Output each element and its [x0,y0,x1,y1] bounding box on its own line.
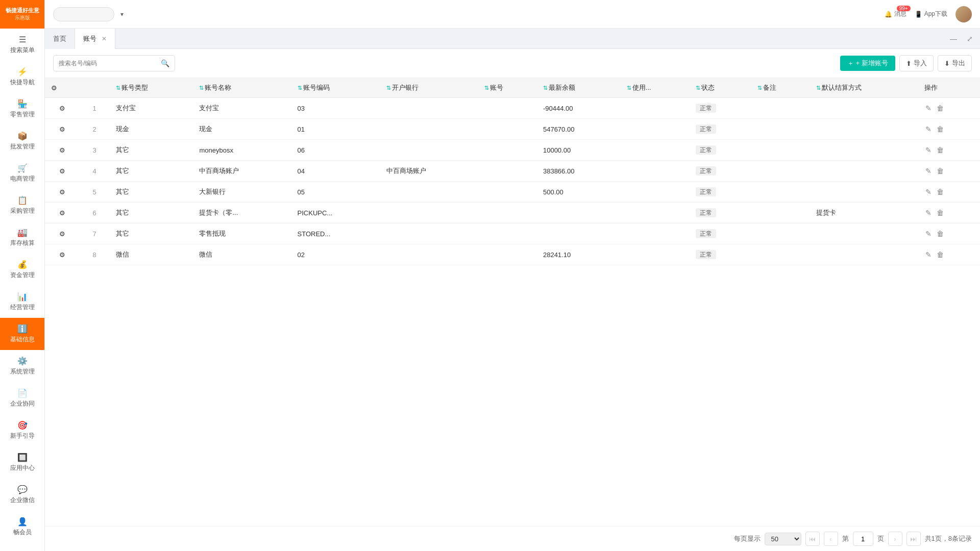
row-gear[interactable]: ⚙ [45,244,80,265]
next-page-button[interactable]: › [888,532,902,546]
add-account-button[interactable]: ＋ + 新增账号 [840,56,895,71]
delete-button[interactable]: 🗑 [936,208,945,218]
row-usage [621,223,690,244]
row-type: 其它 [110,140,193,161]
col-usage[interactable]: ⇅使用... [621,78,690,98]
table-row: ⚙ 4 其它 中百商场账户 04 中百商场账户 383866.00 正常 ✎ 🗑 [45,161,980,182]
row-actions: ✎ 🗑 [918,244,980,265]
app-logo: 畅捷通好生意 乐惠版 [0,0,44,29]
add-icon: ＋ [847,59,854,68]
col-code[interactable]: ⇅账号编码 [291,78,380,98]
tab-account[interactable]: 账号 ✕ [75,29,115,49]
tab-account-close[interactable]: ✕ [102,35,107,42]
sidebar-item-search-menu[interactable]: ☰搜索菜单 [0,29,44,61]
col-account[interactable]: ⇅账号 [478,78,537,98]
sidebar-item-capital[interactable]: 💰资金管理 [0,254,44,286]
pagination: 每页显示 50 100 200 ⏮ ‹ 第 页 › ⏭ 共1页，8条记录 [45,526,980,551]
col-remark[interactable]: ⇅备注 [751,78,810,98]
sidebar-item-guide[interactable]: 🎯新手引导 [0,414,44,446]
tab-expand-button[interactable]: ⤢ [964,33,976,45]
col-bank[interactable]: ⇅开户银行 [380,78,478,98]
sidebar-item-ops[interactable]: 📊经营管理 [0,286,44,318]
sidebar-item-agreement[interactable]: 📄企业协同 [0,382,44,414]
row-gear[interactable]: ⚙ [45,161,80,182]
delete-button[interactable]: 🗑 [936,249,945,260]
first-page-button[interactable]: ⏮ [805,532,820,546]
sidebar-item-wholesale[interactable]: 📦批发管理 [0,125,44,157]
row-num: 4 [80,161,110,182]
col-gear[interactable]: ⚙ [45,78,80,98]
delete-button[interactable]: 🗑 [936,229,945,239]
row-gear[interactable]: ⚙ [45,203,80,223]
row-gear[interactable]: ⚙ [45,98,80,119]
edit-button[interactable]: ✎ [924,124,933,134]
app-download-button[interactable]: 📱 App下载 [915,10,947,18]
edit-button[interactable]: ✎ [924,103,933,113]
edit-button[interactable]: ✎ [924,145,933,155]
sidebar-item-ecom[interactable]: 🛒电商管理 [0,157,44,189]
export-button[interactable]: ⬇ 导出 [938,55,972,71]
sidebar-item-basic[interactable]: ℹ️基础信息 [0,318,44,350]
tab-home[interactable]: 首页 [45,29,75,49]
edit-button[interactable]: ✎ [924,166,933,176]
col-default-payment[interactable]: ⇅默认结算方式 [810,78,919,98]
tab-home-label: 首页 [53,34,66,43]
edit-button[interactable]: ✎ [924,208,933,218]
edit-button[interactable]: ✎ [924,249,933,260]
header-search-input[interactable] [53,7,114,21]
row-code: STORED... [291,223,380,244]
row-type: 其它 [110,182,193,203]
delete-button[interactable]: 🗑 [936,124,945,134]
delete-button[interactable]: 🗑 [936,166,945,176]
row-remark [751,161,810,182]
edit-button[interactable]: ✎ [924,229,933,239]
table-row: ⚙ 8 微信 微信 02 28241.10 正常 ✎ 🗑 [45,244,980,265]
import-button[interactable]: ⬆ 导入 [899,55,934,71]
system-icon: ⚙️ [17,356,28,366]
sidebar-item-wechat[interactable]: 💬企业微信 [0,479,44,511]
delete-button[interactable]: 🗑 [936,103,945,113]
page-size-select[interactable]: 50 100 200 [765,533,801,545]
row-balance: 10000.00 [537,140,621,161]
capital-icon: 💰 [17,260,28,269]
row-bank [380,119,478,140]
logo-sub: 乐惠版 [15,14,30,21]
row-gear[interactable]: ⚙ [45,182,80,203]
last-page-button[interactable]: ⏭ [906,532,921,546]
sidebar-item-inventory[interactable]: 🏭库存核算 [0,221,44,254]
delete-button[interactable]: 🗑 [936,187,945,197]
user-avatar[interactable] [955,6,972,22]
col-type[interactable]: ⇅账号类型 [110,78,193,98]
account-search-input[interactable] [54,60,156,67]
page-number-input[interactable] [853,532,873,546]
header-dropdown[interactable]: ▾ [120,11,124,18]
message-button[interactable]: 🔔 消息 99+ [885,10,906,18]
sidebar-item-quick-nav[interactable]: ⚡快捷导航 [0,61,44,93]
row-gear[interactable]: ⚙ [45,119,80,140]
delete-button[interactable]: 🗑 [936,145,945,155]
sidebar-item-member[interactable]: 👤畅会员 [0,511,44,543]
sidebar-item-system[interactable]: ⚙️系统管理 [0,350,44,382]
row-account [478,203,537,223]
col-status[interactable]: ⇅状态 [690,78,751,98]
wholesale-icon: 📦 [17,131,28,141]
row-default-payment [810,244,919,265]
col-name[interactable]: ⇅账号名称 [193,78,291,98]
sidebar-item-apps[interactable]: 🔲应用中心 [0,446,44,479]
row-gear[interactable]: ⚙ [45,140,80,161]
sidebar-label-apps: 应用中心 [10,464,35,472]
sidebar-item-retail[interactable]: 🏪零售管理 [0,93,44,125]
prev-page-button[interactable]: ‹ [824,532,838,546]
row-code: 05 [291,182,380,203]
tab-minimize-button[interactable]: — [947,33,960,45]
sidebar-item-purchase[interactable]: 📋采购管理 [0,189,44,221]
edit-button[interactable]: ✎ [924,187,933,197]
col-balance[interactable]: ⇅最新余额 [537,78,621,98]
sidebar-label-agreement: 企业协同 [10,399,35,408]
row-name: 微信 [193,244,291,265]
row-status: 正常 [690,182,751,203]
row-status: 正常 [690,98,751,119]
row-gear[interactable]: ⚙ [45,223,80,244]
search-button[interactable]: 🔍 [156,59,175,67]
bell-icon: 🔔 [885,11,892,18]
